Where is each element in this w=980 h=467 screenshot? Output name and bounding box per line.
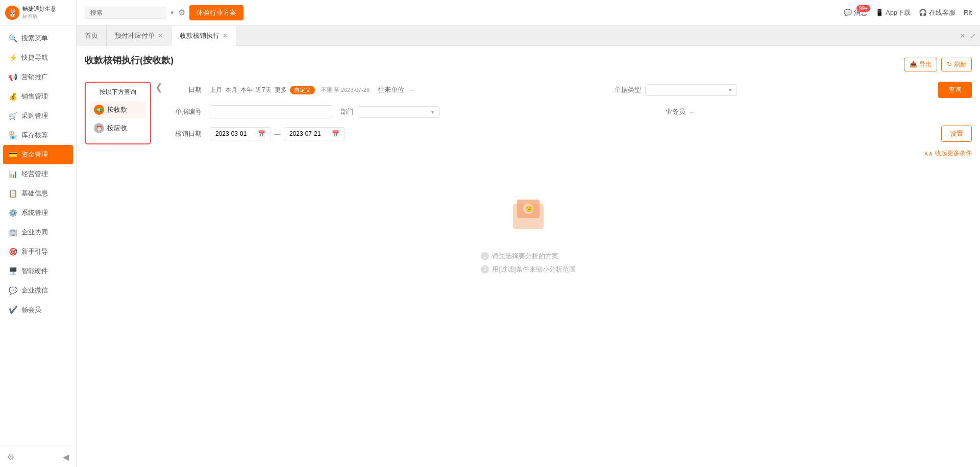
receivable-option-icon: ⏰ [94, 123, 104, 133]
header-gear-icon[interactable]: ⚙ [178, 8, 185, 17]
sales-icon: 💰 [8, 92, 17, 101]
writeoff-start-cal-icon[interactable]: 📅 [258, 130, 265, 137]
filter-option-receivable[interactable]: ⏰ 按应收 [90, 120, 146, 136]
sidebar-label-system: 系统管理 [21, 208, 48, 217]
top-header-left: ▾ ⚙ 体验行业方案 [85, 5, 243, 20]
tab-bar: 首页 预付冲应付单 ✕ 收款核销执行 ✕ ✕ ⤢ [77, 26, 980, 46]
member-icon: ✔️ [8, 305, 17, 314]
tab-close-all-icon[interactable]: ✕ [960, 32, 966, 40]
sidebar-label-search: 搜索菜单 [21, 34, 48, 43]
doc-no-input[interactable] [210, 105, 332, 118]
sidebar-item-guide[interactable]: 🎯 新手引导 [0, 242, 76, 261]
sidebar-item-basicinfo[interactable]: 📋 基础信息 [0, 184, 76, 203]
writeoff-date-start[interactable]: 2023-03-01 📅 [210, 127, 271, 140]
writeoff-start-value: 2023-03-01 [215, 130, 247, 137]
sidebar-item-quicknav[interactable]: ⚡ 快捷导航 [0, 48, 76, 67]
writeoff-date-range: 2023-03-01 📅 — 2023-07-21 📅 [210, 127, 345, 140]
tab-prepay-label: 预付冲应付单 [115, 31, 155, 40]
purchase-icon: 🛒 [8, 111, 17, 120]
basicinfo-icon: 📋 [8, 189, 17, 198]
empty-tip-1: 1 请先选择要分析的方案 [481, 250, 575, 263]
sidebar-label-marketing: 营销推广 [21, 72, 48, 82]
filter-collapse-arrow[interactable]: ❮ [153, 82, 165, 93]
counterpart-more-icon[interactable]: ··· [408, 86, 414, 94]
service-icon: 🎧 [919, 9, 927, 16]
sidebar-item-wechat[interactable]: 💬 企业微信 [0, 281, 76, 300]
doc-type-select[interactable]: ▾ [645, 84, 737, 96]
settings-button[interactable]: 设置 [941, 126, 972, 142]
filter-option-receivable-label: 按应收 [107, 124, 127, 133]
enterprise-icon: 🏢 [8, 228, 17, 237]
sidebar-item-inventory[interactable]: 🏪 库存核算 [0, 126, 76, 145]
tab-receipt[interactable]: 收款核销执行 ✕ [172, 26, 236, 46]
writeoff-date-end[interactable]: 2023-07-21 📅 [284, 127, 345, 140]
settings-bottom-icon[interactable]: ⚙ [7, 452, 14, 462]
date-label: 日期 [171, 85, 202, 94]
department-arrow: ▾ [431, 109, 434, 115]
message-button[interactable]: 💬 消息 99+ [844, 8, 867, 17]
writeoff-date-label: 核销日期 [171, 129, 202, 138]
online-service-link[interactable]: 🎧 在线客服 [919, 8, 955, 17]
empty-tip-2-text: 用[过滤]条件来缩小分析范围 [492, 263, 575, 276]
date-group: 上月 本月 本年 近7天 更多 自定义 不限 至 2023-07-26 [210, 86, 370, 94]
sidebar-item-marketing[interactable]: 📢 营销推广 [0, 67, 76, 87]
user-info[interactable]: Rit [964, 9, 972, 16]
tab-home-label: 首页 [85, 31, 98, 40]
sidebar-label-member: 畅会员 [21, 305, 41, 314]
staff-more-icon[interactable]: ··· [690, 108, 695, 116]
filter-row-3: 核销日期 2023-03-01 📅 — 2023-07-21 📅 [171, 126, 972, 142]
sidebar-item-finance[interactable]: 💳 资金管理 [3, 145, 73, 164]
header-dropdown-icon[interactable]: ▾ [170, 9, 174, 16]
sidebar-item-operations[interactable]: 📊 经营管理 [0, 164, 76, 184]
query-button[interactable]: 查询 [938, 82, 972, 98]
collapse-sidebar-icon[interactable]: ◀ [63, 452, 69, 462]
header-search-input[interactable] [85, 7, 166, 19]
quicknav-icon: ⚡ [8, 53, 17, 62]
export-button[interactable]: 📤 导出 [904, 58, 937, 71]
sidebar-item-enterprise[interactable]: 🏢 企业协同 [0, 223, 76, 242]
receipt-option-icon: 💵 [94, 105, 104, 115]
tip-num-2: 2 [481, 265, 489, 274]
tab-home[interactable]: 首页 [77, 26, 107, 46]
svg-text:😕: 😕 [525, 205, 533, 212]
staff-label: 业务员 [666, 107, 685, 116]
sidebar-item-member[interactable]: ✔️ 畅会员 [0, 300, 76, 319]
collapse-filter-btn[interactable]: ∧∧ 收起更多条件 [924, 149, 972, 158]
counterpart-label: 往来单位 [378, 85, 404, 94]
department-select[interactable]: ▾ [358, 106, 439, 118]
date-custom-tag[interactable]: 自定义 [290, 86, 315, 94]
tab-receipt-close[interactable]: ✕ [223, 32, 228, 39]
sidebar-item-system[interactable]: ⚙️ 系统管理 [0, 203, 76, 223]
date-7days[interactable]: 近7天 [256, 86, 272, 94]
tab-prepay[interactable]: 预付冲应付单 ✕ [107, 26, 172, 46]
logo-icon: 🐰 [5, 6, 19, 20]
industry-btn[interactable]: 体验行业方案 [189, 5, 243, 20]
app-label: App下载 [886, 8, 911, 17]
page-content: 收款核销执行(按收款) 📤 导出 ↻ 刷新 按以下方查询 💵 [77, 46, 980, 467]
date-prev-month[interactable]: 上月 [210, 86, 222, 94]
logo-sub: 标准版 [22, 13, 56, 20]
export-icon: 📤 [910, 61, 917, 68]
sidebar-item-purchase[interactable]: 🛒 采购管理 [0, 106, 76, 126]
date-this-year[interactable]: 本年 [240, 86, 253, 94]
app-download-link[interactable]: 📱 App下载 [875, 8, 911, 17]
filter-option-receipt[interactable]: 💵 按收款 [90, 102, 146, 118]
refresh-button[interactable]: ↻ 刷新 [941, 58, 972, 71]
tab-expand-icon[interactable]: ⤢ [970, 32, 976, 40]
main-area: ▾ ⚙ 体验行业方案 💬 消息 99+ 📱 App下载 🎧 在线客服 Rit [77, 0, 980, 467]
message-icon: 💬 [844, 9, 852, 16]
sidebar-label-enterprise: 企业协同 [21, 228, 48, 237]
sidebar-item-search[interactable]: 🔍 搜索菜单 [0, 29, 76, 48]
date-more[interactable]: 更多 [275, 86, 287, 94]
sidebar-item-sales[interactable]: 💰 销售管理 [0, 87, 76, 106]
message-badge: 99+ [856, 5, 870, 12]
writeoff-end-cal-icon[interactable]: 📅 [332, 130, 339, 137]
tab-receipt-label: 收款核销执行 [180, 31, 219, 40]
date-this-month[interactable]: 本月 [225, 86, 237, 94]
tab-prepay-close[interactable]: ✕ [158, 32, 163, 39]
writeoff-end-value: 2023-07-21 [289, 130, 321, 137]
sidebar-item-hardware[interactable]: 🖥️ 智能硬件 [0, 261, 76, 281]
user-label: Rit [964, 9, 972, 16]
department-label: 部门 [340, 107, 354, 116]
date-hint: 不限 至 2023-07-26 [321, 86, 370, 94]
